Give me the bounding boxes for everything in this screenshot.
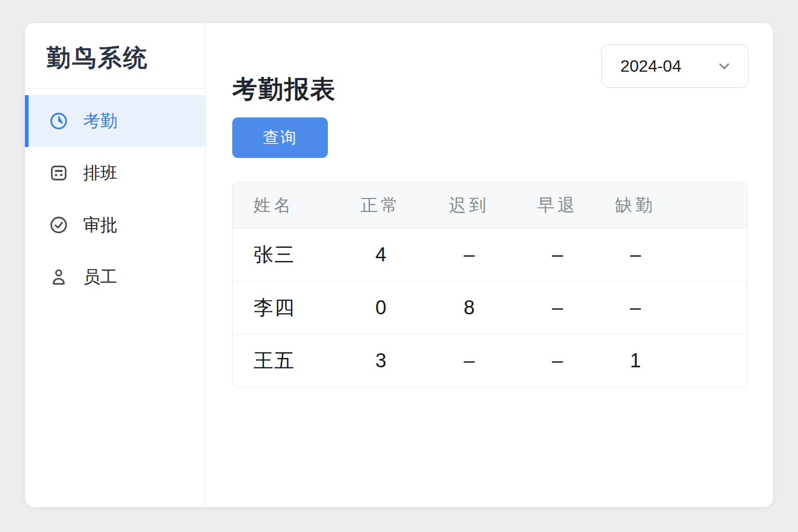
- clock-icon: [48, 111, 69, 131]
- sidebar-item-label: 排班: [83, 162, 117, 185]
- month-select[interactable]: 2024-04: [601, 44, 749, 88]
- table-row: 王五 3 – – 1: [233, 334, 747, 387]
- cell-early-leave: –: [513, 297, 602, 319]
- cell-absent: –: [602, 244, 669, 266]
- active-indicator-bar: [25, 95, 29, 147]
- sidebar-item-approval[interactable]: 审批: [25, 199, 205, 251]
- cell-late: –: [425, 350, 513, 372]
- main-content: 考勤报表 2024-04 查询 姓名 正常 迟到 早退 缺勤 张三: [206, 23, 773, 507]
- cell-early-leave: –: [513, 350, 602, 372]
- column-header-absent: 缺勤: [602, 194, 669, 217]
- sidebar-item-scheduling[interactable]: 排班: [25, 147, 205, 199]
- sidebar-item-employees[interactable]: 员工: [25, 251, 205, 303]
- sidebar-item-attendance[interactable]: 考勤: [25, 95, 205, 147]
- check-circle-icon: [48, 215, 69, 235]
- table-row: 李四 0 8 – –: [233, 281, 747, 334]
- cell-absent: 1: [602, 350, 669, 372]
- table-row: 张三 4 – – –: [233, 228, 747, 281]
- cell-name: 王五: [233, 348, 337, 374]
- month-select-value: 2024-04: [620, 57, 681, 76]
- cell-late: 8: [425, 297, 513, 319]
- cell-normal: 0: [337, 297, 425, 319]
- chevron-down-icon: [716, 58, 733, 74]
- cell-early-leave: –: [513, 244, 602, 266]
- column-header-late: 迟到: [425, 194, 513, 217]
- table-header-row: 姓名 正常 迟到 早退 缺勤: [233, 182, 747, 228]
- app-window: 勤鸟系统 考勤: [25, 23, 773, 507]
- cell-normal: 4: [337, 244, 425, 266]
- page-background: 勤鸟系统 考勤: [0, 0, 798, 532]
- cell-normal: 3: [337, 350, 425, 372]
- column-header-normal: 正常: [337, 194, 425, 217]
- sidebar-menu: 考勤 排班: [25, 89, 205, 303]
- column-header-early-leave: 早退: [513, 194, 602, 217]
- sidebar-item-label: 员工: [83, 265, 117, 289]
- sidebar-item-label: 考勤: [83, 110, 117, 133]
- query-button[interactable]: 查询: [232, 117, 328, 158]
- person-icon: [48, 267, 69, 287]
- cell-late: –: [425, 244, 513, 266]
- page-title: 考勤报表: [232, 73, 336, 106]
- attendance-table: 姓名 正常 迟到 早退 缺勤 张三 4 – – – 李四 0 8: [232, 182, 748, 388]
- column-header-name: 姓名: [233, 194, 337, 217]
- cell-absent: –: [602, 297, 669, 319]
- app-title: 勤鸟系统: [25, 23, 205, 89]
- cell-name: 张三: [233, 242, 337, 268]
- cell-name: 李四: [233, 295, 337, 321]
- schedule-icon: [48, 163, 69, 183]
- sidebar-item-label: 审批: [83, 214, 117, 237]
- sidebar: 勤鸟系统 考勤: [25, 23, 206, 507]
